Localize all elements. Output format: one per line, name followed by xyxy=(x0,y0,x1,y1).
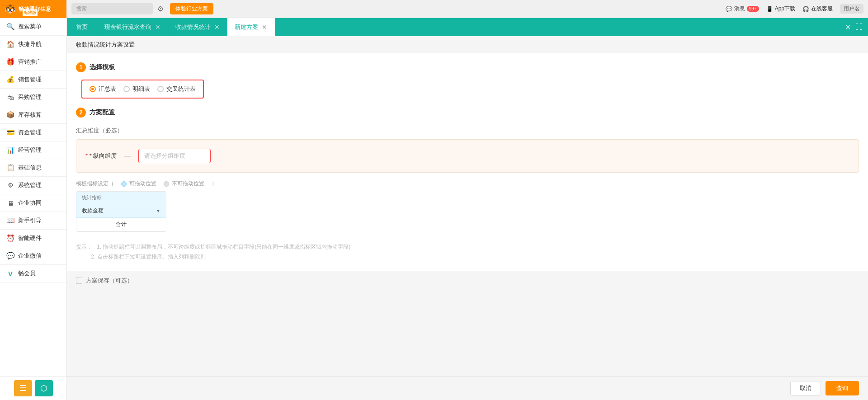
sidebar-item-quick-nav[interactable]: 🏠 快捷导航 xyxy=(0,36,66,53)
gear-settings-icon[interactable]: ⚙ xyxy=(157,5,164,13)
sidebar-item-label: 搜索菜单 xyxy=(18,23,42,31)
sidebar-item-inventory[interactable]: 📦 库存核算 xyxy=(0,106,66,124)
radio-detail-label: 明细表 xyxy=(132,85,150,93)
action-bar: 取消 查询 xyxy=(67,376,868,400)
app-download-button[interactable]: 📱 App下载 xyxy=(766,5,795,13)
sidebar-item-label: 系统管理 xyxy=(18,181,42,189)
form-panel: 1 选择模板 汇总表 明细表 交叉统计表 xyxy=(67,53,868,271)
metrics-column-header-text: 收款金额 xyxy=(82,207,104,215)
tab-collection-stats[interactable]: 收款情况统计 ✕ xyxy=(168,18,227,36)
tabbar: 首页 现金银行流水查询 ✕ 收款情况统计 ✕ 新建方案 ✕ ✕ ⛶ xyxy=(67,18,868,36)
trial-button[interactable]: 体验行业方案 xyxy=(170,3,213,14)
sidebar-logo: 🐯 畅捷通好生意 标准版 xyxy=(0,0,66,18)
sidebar-item-guide[interactable]: 📖 新手引导 xyxy=(0,212,66,230)
metrics-header-text: 模板指标设定（ xyxy=(76,180,114,188)
user-menu[interactable]: 用户名 xyxy=(840,4,863,14)
dimension-placeholder: 请选择分组维度 xyxy=(144,152,185,159)
sidebar-item-label: 经营管理 xyxy=(18,146,42,154)
tab-collection-close-icon[interactable]: ✕ xyxy=(214,24,220,31)
cancel-button[interactable]: 取消 xyxy=(790,381,821,395)
metrics-legend: 模板指标设定（ 可拖动位置 不可拖动位置 ） xyxy=(76,180,859,188)
sidebar-bottom: ☰ ⬡ xyxy=(0,376,66,400)
sidebar-item-operation[interactable]: 📊 经营管理 xyxy=(0,141,66,159)
window-maximize-icon[interactable]: ⛶ xyxy=(855,23,863,31)
chart-icon: 📊 xyxy=(6,146,14,154)
radio-cross[interactable]: 交叉统计表 xyxy=(157,85,196,93)
box-icon: 📦 xyxy=(6,111,14,119)
sidebar-item-sales[interactable]: 💰 销售管理 xyxy=(0,71,66,89)
tab-home[interactable]: 首页 xyxy=(67,18,97,36)
breadcrumb: 收款情况统计方案设置 xyxy=(67,36,868,53)
template-options-container: 汇总表 明细表 交叉统计表 xyxy=(81,80,204,99)
radio-summary[interactable]: 汇总表 xyxy=(90,85,116,93)
radio-summary-label: 汇总表 xyxy=(99,85,116,93)
section2-header: 2 方案配置 xyxy=(76,108,859,118)
member-icon: V xyxy=(6,270,14,278)
sidebar-item-finance[interactable]: 💳 资金管理 xyxy=(0,124,66,141)
topbar-search[interactable]: 搜索 xyxy=(71,3,153,14)
metrics-column-header[interactable]: 收款金额 ▼ xyxy=(76,204,166,218)
sidebar-item-enterprise[interactable]: 🖥 企业协同 xyxy=(0,194,66,212)
sidebar-item-purchase[interactable]: 🛍 采购管理 xyxy=(0,89,66,106)
sidebar-item-label: 营销推广 xyxy=(18,58,42,66)
sidebar-item-member[interactable]: V 畅会员 xyxy=(0,265,66,282)
download-icon: 📱 xyxy=(766,6,773,12)
tab-new-plan[interactable]: 新建方案 ✕ xyxy=(227,18,275,36)
dimension-title: 汇总维度（必选） xyxy=(76,127,859,135)
radio-summary-dot xyxy=(90,86,96,92)
sidebar-item-hardware[interactable]: ⏰ 智能硬件 xyxy=(0,230,66,247)
sidebar-bottom-btn1[interactable]: ☰ xyxy=(14,380,32,396)
draggable-label: 可拖动位置 xyxy=(129,180,156,188)
wechat-icon: 💬 xyxy=(6,252,14,260)
tab-new-plan-label: 新建方案 xyxy=(235,23,258,31)
tab-bank[interactable]: 现金银行流水查询 ✕ xyxy=(97,18,168,36)
gift-icon: 🎁 xyxy=(6,58,14,66)
dimension-selector[interactable]: 请选择分组维度 xyxy=(138,149,211,163)
sidebar-item-basic-info[interactable]: 📋 基础信息 xyxy=(0,159,66,177)
clipboard-icon: 📋 xyxy=(6,164,14,172)
section2-label: 方案配置 xyxy=(90,108,115,117)
shopping-icon: 🛍 xyxy=(6,94,14,101)
chevron-down-icon: ▼ xyxy=(156,208,160,213)
radio-detail-dot xyxy=(123,86,130,92)
tab-bank-label: 现金银行流水查询 xyxy=(104,23,151,31)
section1-number: 1 xyxy=(76,62,86,72)
query-button[interactable]: 查询 xyxy=(826,381,859,395)
fixed-label: 不可拖动位置 xyxy=(172,180,204,188)
window-close-icon[interactable]: ✕ xyxy=(845,23,851,32)
sidebar: 🐯 畅捷通好生意 标准版 🔍 搜索菜单 🏠 快捷导航 🎁 营销推广 💰 销售管理… xyxy=(0,0,67,400)
main-area: 搜索 ⚙ 体验行业方案 💬 消息 99+ 📱 App下载 🎧 在线客服 用户名 xyxy=(67,0,868,400)
search-placeholder: 搜索 xyxy=(76,5,87,12)
sidebar-item-marketing[interactable]: 🎁 营销推广 xyxy=(0,53,66,71)
required-star: * xyxy=(85,152,88,159)
radio-detail[interactable]: 明细表 xyxy=(123,85,150,93)
radio-cross-label: 交叉统计表 xyxy=(166,85,196,93)
radio-cross-dot xyxy=(157,86,164,92)
topbar: 搜索 ⚙ 体验行业方案 💬 消息 99+ 📱 App下载 🎧 在线客服 用户名 xyxy=(67,0,868,18)
sidebar-item-system[interactable]: ⚙ 系统管理 xyxy=(0,177,66,194)
sidebar-item-label: 企业协同 xyxy=(18,199,42,207)
message-button[interactable]: 💬 消息 99+ xyxy=(726,5,759,13)
sidebar-item-label: 采购管理 xyxy=(18,93,42,101)
tab-new-plan-close-icon[interactable]: ✕ xyxy=(262,24,267,31)
sidebar-item-label: 智能硬件 xyxy=(18,234,42,242)
content-area: 收款情况统计方案设置 1 选择模板 汇总表 明细表 xyxy=(67,36,868,376)
section1-label: 选择模板 xyxy=(90,63,115,71)
sidebar-item-search-menu[interactable]: 🔍 搜索菜单 xyxy=(0,18,66,36)
headset-icon: 🎧 xyxy=(802,6,809,12)
message-icon: 💬 xyxy=(726,6,732,12)
sidebar-item-wechat[interactable]: 💬 企业微信 xyxy=(0,247,66,265)
online-service-label: 在线客服 xyxy=(811,5,833,13)
arrow-icon: — xyxy=(124,152,131,160)
online-service-button[interactable]: 🎧 在线客服 xyxy=(802,5,833,13)
topbar-right: 💬 消息 99+ 📱 App下载 🎧 在线客服 用户名 xyxy=(726,4,863,14)
tab-home-label: 首页 xyxy=(76,23,88,31)
tip-2-text: 2. 点击标题栏下拉可设置排序、插入列和删除列 xyxy=(91,254,205,260)
message-badge: 99+ xyxy=(747,6,759,12)
sidebar-item-label: 快捷导航 xyxy=(18,40,42,48)
save-checkbox[interactable] xyxy=(76,278,82,284)
sidebar-bottom-btn2[interactable]: ⬡ xyxy=(35,380,53,396)
tab-collection-label: 收款情况统计 xyxy=(175,23,211,31)
money-icon: 💰 xyxy=(6,75,14,84)
tab-bank-close-icon[interactable]: ✕ xyxy=(155,24,160,31)
